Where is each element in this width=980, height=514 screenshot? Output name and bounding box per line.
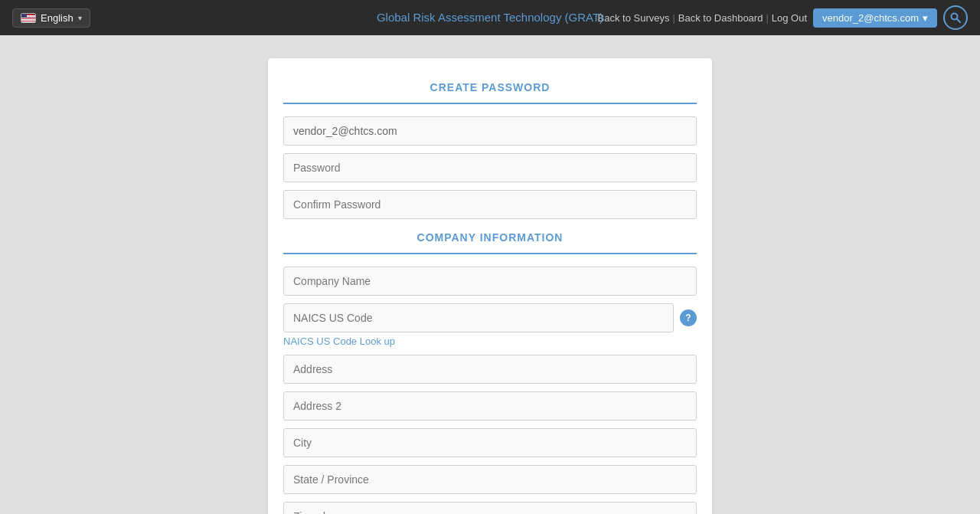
chevron-down-icon: ▾ — [78, 14, 82, 22]
back-to-surveys-link[interactable]: Back to Surveys — [598, 12, 670, 24]
zipcode-group — [283, 502, 697, 514]
language-button[interactable]: English ▾ — [12, 8, 90, 28]
separator-1: | — [672, 12, 675, 24]
nav-left: English ▾ — [12, 8, 90, 28]
naics-input[interactable] — [283, 303, 674, 332]
state-input[interactable] — [283, 465, 697, 494]
create-password-title: CREATE PASSWORD — [268, 81, 712, 93]
log-out-link[interactable]: Log Out — [772, 12, 807, 24]
company-name-group — [283, 267, 697, 296]
naics-help-icon[interactable]: ? — [680, 309, 697, 326]
user-chevron-icon: ▾ — [923, 12, 928, 24]
zipcode-input[interactable] — [283, 502, 697, 514]
company-information-divider — [283, 253, 697, 254]
nav-center: Global Risk Assessment Technology (GRAT) — [377, 11, 603, 25]
nav-right: Back to Surveys | Back to Dashboard | Lo… — [598, 5, 968, 30]
address2-group — [283, 391, 697, 421]
state-group — [283, 465, 697, 494]
password-input[interactable] — [283, 153, 697, 182]
app-title-link[interactable]: Global Risk Assessment Technology (GRAT) — [377, 11, 603, 24]
language-label: English — [41, 12, 74, 24]
search-button[interactable] — [943, 5, 968, 30]
address2-input[interactable] — [283, 391, 697, 421]
address-group — [283, 355, 697, 384]
search-icon — [950, 12, 961, 23]
create-password-section: CREATE PASSWORD — [268, 81, 712, 219]
naics-row: ? — [283, 303, 697, 332]
form-card: CREATE PASSWORD COMPANY INFORMATION ? — [268, 58, 712, 514]
naics-lookup-link[interactable]: NAICS US Code Look up — [283, 336, 697, 347]
separator-2: | — [766, 12, 768, 24]
company-name-input[interactable] — [283, 267, 697, 296]
user-email-label: vendor_2@chtcs.com — [822, 12, 919, 24]
company-information-title: COMPANY INFORMATION — [268, 231, 712, 244]
svg-line-1 — [957, 19, 961, 23]
city-input[interactable] — [283, 428, 697, 457]
password-group — [283, 153, 697, 182]
confirm-password-input[interactable] — [283, 190, 697, 219]
email-group — [283, 116, 697, 146]
email-input[interactable] — [283, 116, 697, 146]
company-information-section: COMPANY INFORMATION ? NAICS US Code Look… — [268, 231, 712, 514]
city-group — [283, 428, 697, 457]
back-to-dashboard-link[interactable]: Back to Dashboard — [678, 12, 763, 24]
nav-links: Back to Surveys | Back to Dashboard | Lo… — [598, 12, 808, 24]
flag-icon — [21, 13, 36, 23]
confirm-password-group — [283, 190, 697, 219]
address-input[interactable] — [283, 355, 697, 384]
top-navigation: English ▾ Global Risk Assessment Technol… — [0, 0, 980, 35]
main-content: CREATE PASSWORD COMPANY INFORMATION ? — [0, 35, 980, 514]
create-password-divider — [283, 103, 697, 104]
user-menu-button[interactable]: vendor_2@chtcs.com ▾ — [813, 8, 937, 28]
